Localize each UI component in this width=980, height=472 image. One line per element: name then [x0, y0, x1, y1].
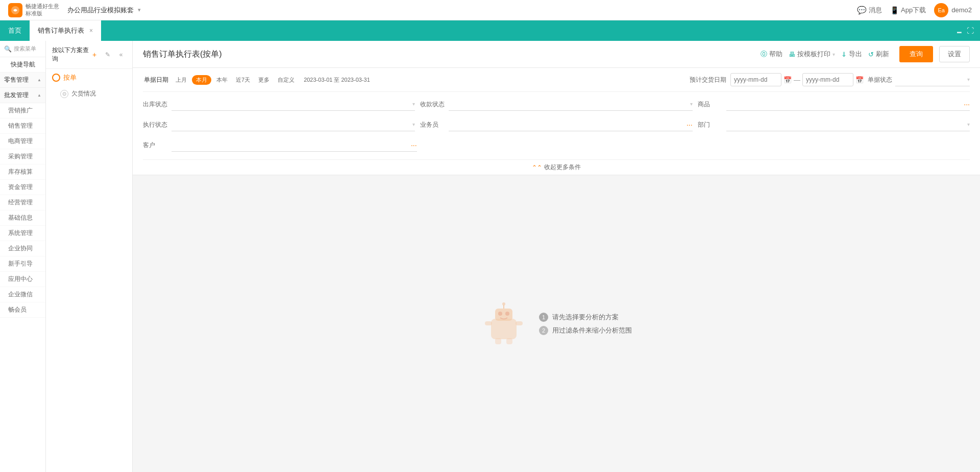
custom-date-btn[interactable]: 自定义	[275, 75, 298, 85]
sidebar-search[interactable]: 🔍 搜索菜单	[0, 41, 45, 57]
search-icon: 🔍	[4, 45, 12, 53]
delivery-status-label: 出库状态	[143, 100, 168, 109]
calendar-end-icon[interactable]: 📅	[855, 76, 864, 84]
sidebar-item-app-center[interactable]: 应用中心	[0, 272, 45, 287]
current-year-btn[interactable]: 本年	[213, 75, 231, 85]
customer-label: 客户	[143, 141, 168, 150]
sidebar-item-member[interactable]: 畅会员	[0, 302, 45, 318]
tab-maximize-icon[interactable]: ⛶	[967, 27, 974, 35]
filter-scheme-item-order[interactable]: 按单	[46, 69, 132, 86]
doc-status-select[interactable]: ▾	[895, 73, 970, 86]
date-filter-label: 单据日期	[143, 76, 168, 84]
header-left: 畅捷通好生意 标准版 办公用品行业模拟账套 ▾	[8, 3, 141, 17]
refresh-btn[interactable]: ↺ 刷新	[868, 50, 889, 59]
sidebar-item-basic-info[interactable]: 基础信息	[0, 210, 45, 226]
sidebar-item-marketing[interactable]: 营销推广	[0, 103, 45, 119]
collection-status-field: 收款状态 ▾	[420, 96, 692, 112]
svg-point-3	[498, 312, 502, 316]
goods-input[interactable]: ···	[726, 98, 970, 111]
dept-label: 部门	[698, 121, 723, 129]
filter-row-3: 执行状态 ▾ 业务员 ··· 部门	[143, 116, 970, 137]
page-header: 销售订单执行表(按单) ⓪ 帮助 🖶 按模板打印 ▾ ⇓ 导出	[133, 41, 980, 68]
empty-tip-1: 1 请先选择要分析的方案	[539, 313, 632, 322]
date-separator: —	[794, 76, 800, 84]
sidebar-item-quick-nav[interactable]: 快捷导航	[0, 57, 45, 73]
edit-scheme-btn[interactable]: ✎	[103, 50, 113, 60]
doc-status-dropdown-icon: ▾	[967, 77, 970, 82]
doc-status-section: 单据状态 ▾	[868, 73, 970, 86]
sidebar-item-management[interactable]: 经营管理	[0, 195, 45, 210]
filter-row-4: 客户 ···	[143, 137, 970, 157]
salesperson-input[interactable]: ···	[449, 118, 692, 131]
exec-status-label: 执行状态	[143, 121, 168, 129]
salesperson-more-icon[interactable]: ···	[687, 121, 693, 129]
query-button[interactable]: 查询	[899, 46, 933, 62]
app-title-dropdown-icon[interactable]: ▾	[138, 7, 141, 13]
main-panel: 销售订单执行表(按单) ⓪ 帮助 🖶 按模板打印 ▾ ⇓ 导出	[133, 41, 980, 472]
top-header: 畅捷通好生意 标准版 办公用品行业模拟账套 ▾ 💬 消息 📱 App下载 Ea …	[0, 0, 980, 20]
expected-date-end-input[interactable]	[802, 73, 853, 86]
circle-icon: ⊙	[60, 90, 68, 98]
tab-active[interactable]: 销售订单执行表 ×	[30, 20, 101, 41]
goods-more-icon[interactable]: ···	[964, 100, 970, 108]
sidebar-item-sales[interactable]: 销售管理	[0, 119, 45, 134]
sidebar-item-finance[interactable]: 资金管理	[0, 180, 45, 195]
expected-date-label: 预计交货日期	[690, 76, 726, 84]
sidebar-item-retail[interactable]: 零售管理 ▲	[0, 73, 45, 88]
customer-more-icon[interactable]: ···	[411, 141, 417, 149]
svg-rect-10	[506, 338, 512, 344]
app-download-btn[interactable]: 📱 App下载	[890, 6, 926, 15]
add-scheme-btn[interactable]: +	[89, 50, 100, 60]
recent7-btn[interactable]: 近7天	[233, 75, 253, 85]
svg-rect-9	[495, 338, 501, 344]
date-filter-row: 单据日期 上月 本月 本年 近7天 更多 自定义 2023-03-01 至 20…	[143, 73, 970, 92]
message-btn[interactable]: 💬 消息	[857, 6, 882, 15]
tab-home[interactable]: 首页	[0, 20, 30, 41]
filter-scheme-item-shortage[interactable]: ⊙ 欠货情况	[46, 86, 132, 101]
svg-point-4	[505, 312, 509, 316]
sidebar-item-purchase[interactable]: 采购管理	[0, 149, 45, 164]
sidebar-item-system[interactable]: 系统管理	[0, 226, 45, 241]
export-icon: ⇓	[841, 51, 847, 58]
sidebar-item-collab[interactable]: 企业协同	[0, 241, 45, 256]
help-btn[interactable]: ⓪ 帮助	[761, 50, 782, 59]
collection-status-input[interactable]: ▾	[449, 98, 692, 111]
print-icon: 🖶	[789, 51, 795, 58]
page-title: 销售订单执行表(按单)	[143, 49, 222, 60]
collapse-panel-btn[interactable]: «	[116, 50, 126, 60]
tab-right-actions: 🗕 ⛶	[955, 27, 980, 35]
collapse-conditions-btn[interactable]: ⌃⌃ 收起更多条件	[143, 159, 970, 175]
exec-status-input[interactable]: ▾	[172, 118, 415, 131]
empty-tips: 1 请先选择要分析的方案 2 用过滤条件来缩小分析范围	[539, 313, 632, 335]
logo-icon	[8, 3, 22, 17]
current-month-btn[interactable]: 本月	[192, 75, 211, 85]
empty-illustration	[481, 301, 527, 347]
filter-panel: 按以下方案查询 + ✎ « 按单 ⊙ 欠货情况	[46, 41, 133, 472]
template-print-btn[interactable]: 🖶 按模板打印 ▾	[789, 50, 835, 59]
wholesale-collapse-icon: ▲	[37, 93, 41, 98]
print-dropdown-icon: ▾	[832, 52, 835, 57]
delivery-status-input[interactable]: ▾	[172, 98, 415, 111]
sidebar-item-wechat[interactable]: 企业微信	[0, 287, 45, 302]
empty-state-content: 1 请先选择要分析的方案 2 用过滤条件来缩小分析范围	[481, 301, 632, 347]
export-btn[interactable]: ⇓ 导出	[841, 50, 862, 59]
sidebar-item-newbie[interactable]: 新手引导	[0, 256, 45, 272]
dept-input[interactable]: ▾	[726, 118, 970, 131]
sidebar-item-ecommerce[interactable]: 电商管理	[0, 134, 45, 149]
more-date-btn[interactable]: 更多	[255, 75, 273, 85]
sidebar-item-inventory[interactable]: 库存核算	[0, 164, 45, 180]
settings-button[interactable]: 设置	[939, 46, 970, 62]
user-area[interactable]: Ea demo2	[934, 3, 972, 17]
expected-date-start-input[interactable]	[730, 73, 781, 86]
filter-panel-actions: + ✎ «	[89, 50, 126, 60]
customer-input[interactable]: ···	[172, 138, 417, 152]
calendar-start-icon[interactable]: 📅	[783, 76, 792, 84]
header-right: 💬 消息 📱 App下载 Ea demo2	[857, 3, 972, 17]
dept-field: 部门 ▾	[698, 116, 970, 133]
tab-minimize-icon[interactable]: 🗕	[955, 27, 963, 35]
exec-status-field: 执行状态 ▾	[143, 116, 415, 133]
sidebar-item-wholesale[interactable]: 批发管理 ▲	[0, 88, 45, 103]
salesperson-label: 业务员	[420, 121, 446, 129]
tab-close-icon[interactable]: ×	[89, 27, 93, 34]
prev-month-btn[interactable]: 上月	[173, 75, 190, 85]
